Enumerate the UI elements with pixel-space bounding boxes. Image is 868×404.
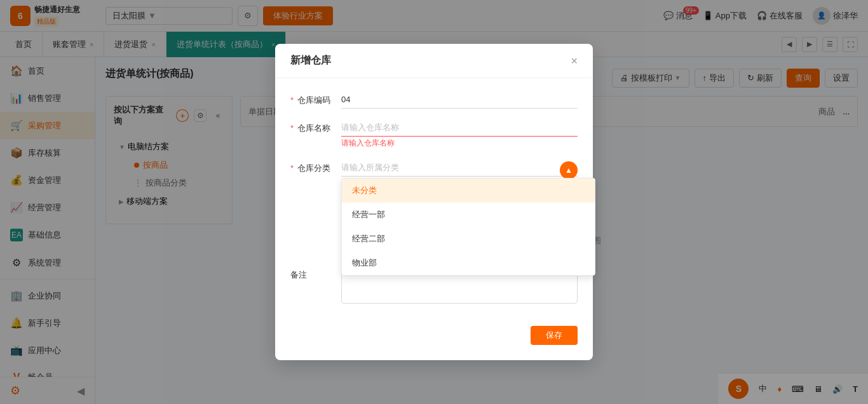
- form-label-note: 备注: [290, 266, 341, 281]
- modal-footer: 保存: [275, 316, 593, 345]
- required-star: *: [290, 95, 294, 105]
- category-input[interactable]: [341, 159, 578, 177]
- form-row-name: * 仓库名称 请输入仓库名称: [290, 119, 578, 149]
- modal-new-warehouse: 新增仓库 × * 仓库编码 * 仓库名称: [275, 44, 593, 360]
- form-control-name: 请输入仓库名称: [341, 119, 578, 149]
- form-row-code: * 仓库编码: [290, 91, 578, 109]
- category-dropdown-list: 未分类 经营一部 经营二部 物业部: [341, 178, 595, 276]
- dropdown-option-1[interactable]: 经营一部: [342, 203, 595, 227]
- category-dropdown-button[interactable]: ▲: [560, 161, 578, 179]
- modal-overlay: 新增仓库 × * 仓库编码 * 仓库名称: [0, 0, 868, 404]
- modal-close-button[interactable]: ×: [571, 55, 578, 67]
- form-label-category: * 仓库分类: [290, 159, 341, 174]
- code-input[interactable]: [341, 91, 578, 109]
- required-star-category: *: [290, 163, 294, 173]
- modal-header: 新增仓库 ×: [275, 44, 593, 78]
- name-error-msg: 请输入仓库名称: [341, 138, 578, 149]
- dropdown-option-3[interactable]: 物业部: [342, 251, 595, 275]
- form-row-category: * 仓库分类 ▲ 未分类 经营一部 经营二部 物业部: [290, 159, 578, 177]
- dropdown-option-2[interactable]: 经营二部: [342, 227, 595, 251]
- form-control-category: ▲ 未分类 经营一部 经营二部 物业部: [341, 159, 578, 177]
- dropdown-option-0[interactable]: 未分类: [342, 178, 595, 203]
- modal-body: * 仓库编码 * 仓库名称 请输入仓库名称: [275, 78, 593, 306]
- save-button[interactable]: 保存: [531, 326, 578, 345]
- required-star-name: *: [290, 123, 294, 133]
- form-label-name: * 仓库名称: [290, 119, 341, 134]
- form-label-code: * 仓库编码: [290, 91, 341, 106]
- modal-title: 新增仓库: [290, 54, 331, 67]
- name-input[interactable]: [341, 119, 578, 137]
- form-control-code: [341, 91, 578, 109]
